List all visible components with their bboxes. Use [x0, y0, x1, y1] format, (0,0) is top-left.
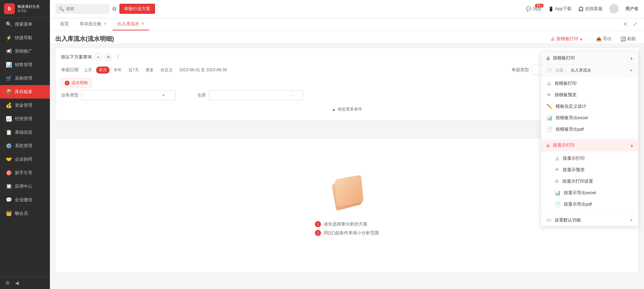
filter-settings-button[interactable]: ⚙: [105, 53, 112, 61]
app-logo-icon: b: [4, 3, 15, 14]
app-download-button[interactable]: 📱 App下载: [548, 6, 572, 12]
shortcut-custom[interactable]: 自定义: [158, 67, 175, 74]
warehouse-select[interactable]: ···: [209, 90, 303, 100]
sidebar-item-system[interactable]: ⚙️ 系统管理: [0, 139, 50, 153]
display-print-section: 🖨 按显示打印 👁 按显示预览 ⚙ 按显示打印设置 📊 按显示导出excel 📄…: [541, 151, 638, 211]
sidebar-item-member[interactable]: 👑 畅会员: [0, 207, 50, 220]
tabs-bar: 首页 库存批次账 ✕ 出入库流水 ✕ ✕ ⤢: [50, 18, 644, 31]
print-divider-2: [541, 213, 638, 213]
message-button[interactable]: 💬 消息 99+: [526, 6, 541, 12]
display-export-pdf-button[interactable]: 📄 按显示导出pdf: [541, 199, 638, 210]
tab-home[interactable]: 首页: [55, 18, 74, 30]
template-print-icon: 🖨: [547, 81, 551, 86]
page-toolbar: 🖨 按模板打印 ▲ | 📤 导出 🔄 刷新: [548, 34, 639, 43]
shortcut-this-year[interactable]: 本年: [111, 67, 124, 74]
refresh-button[interactable]: 🔄 刷新: [618, 34, 639, 43]
sidebar-item-purchase[interactable]: 🛒 采购管理: [0, 72, 50, 85]
header-search-box[interactable]: 🔍: [55, 4, 109, 14]
system-icon: ⚙️: [5, 142, 12, 149]
template-print-button[interactable]: 🖨 按模板打印: [541, 78, 638, 89]
print-dropdown: 🖨 按模板打印 ▲ 📄 当前： 出入库流水 ▼ 🖨 按模板打印 👁 按模板预览 …: [541, 51, 639, 226]
divider: |: [589, 36, 590, 42]
search-icon: 🔍: [5, 21, 12, 28]
display-print-settings-button[interactable]: ⚙ 按显示打印设置: [541, 176, 638, 187]
template-export-pdf-button[interactable]: 📄 按模板导出pdf: [541, 124, 638, 135]
tab-expand-button[interactable]: ⤢: [632, 20, 639, 29]
shortcut-7days[interactable]: 近7天: [126, 67, 142, 74]
sidebar-collapse-icon[interactable]: ◀: [15, 280, 19, 286]
template-print-section: 🖨 按模板打印 👁 按模板预览 ✏️ 模板自定义设计 📊 按模板导出excel …: [541, 76, 638, 136]
sidebar-item-operations[interactable]: 📈 经营管理: [0, 112, 50, 126]
sidebar-item-inventory[interactable]: 📦 库存核算: [0, 85, 50, 99]
sidebar-item-finance[interactable]: 💰 资金管理: [0, 99, 50, 112]
export-button[interactable]: 📤 导出: [593, 34, 614, 43]
sidebar: b 畅捷通好生意 标准版 🔍 搜索菜单 ⚡ 快捷导航 📢 营销推广 📊 销售管理…: [0, 0, 50, 289]
set-default-icon: 🏷: [547, 217, 551, 223]
filter-label: 按以下方案查询: [61, 54, 92, 60]
set-default-button[interactable]: 🏷 设置默认功能 ▼: [541, 214, 638, 226]
filter-add-button[interactable]: +: [94, 53, 102, 61]
display-print-section-header[interactable]: 🖨 按显示打印 ▲: [541, 139, 638, 151]
finance-icon: 💰: [5, 102, 12, 109]
sidebar-bottom: ⚙ ◀: [0, 277, 50, 289]
template-custom-button[interactable]: ✏️ 模板自定义设计: [541, 101, 638, 112]
refresh-icon: 🔄: [620, 36, 626, 42]
sidebar-item-marketing[interactable]: 📢 营销推广: [0, 45, 50, 58]
display-print-icon: 🖨: [555, 156, 559, 161]
sidebar-item-search[interactable]: 🔍 搜索菜单: [0, 18, 50, 31]
empty-cube-graphic: [331, 177, 362, 211]
template-preview-button[interactable]: 👁 按模板预览: [541, 89, 638, 101]
filter-business-type: 业务类型 ▼: [61, 90, 176, 100]
service-icon: 🎧: [578, 6, 584, 11]
guide-icon: 🎯: [5, 169, 12, 176]
date-shortcuts: 上月 本月 本年 近7天 更多 自定义: [81, 67, 175, 74]
app-name: 畅捷通好生意 标准版: [18, 4, 40, 13]
tab-batch-account-close[interactable]: ✕: [104, 22, 107, 26]
tab-flow-close[interactable]: ✕: [141, 22, 144, 26]
sidebar-item-app-center[interactable]: 🔲 应用中心: [0, 180, 50, 193]
trial-button[interactable]: 体验行业方案: [119, 4, 155, 14]
sales-icon: 📊: [5, 61, 12, 68]
sidebar-settings-icon[interactable]: ⚙: [5, 280, 10, 286]
operations-icon: 📈: [5, 115, 12, 122]
page-title: 出入库流水(流水明细): [55, 35, 114, 43]
sidebar-logo: b 畅捷通好生意 标准版: [0, 0, 50, 18]
sidebar-item-basic-info[interactable]: 📋 基础信息: [0, 126, 50, 139]
flow-detail-chip[interactable]: ● 流水明细: [61, 78, 91, 87]
display-print-button[interactable]: 🖨 按显示打印: [541, 153, 638, 164]
empty-step-1: 1 请先选择要分析的方案: [315, 220, 379, 229]
tab-actions: ✕ ⤢: [622, 20, 639, 29]
online-service-button[interactable]: 🎧 在线客服: [578, 6, 603, 12]
chevron-up-icon: ▲: [332, 107, 336, 112]
template-print-button[interactable]: 🖨 按模板打印 ▲: [548, 34, 586, 43]
sidebar-item-wechat[interactable]: 💬 企业微信: [0, 193, 50, 207]
tab-batch-account[interactable]: 库存批次账 ✕: [75, 18, 111, 30]
chip-icon: ●: [65, 81, 69, 85]
member-icon: 👑: [5, 210, 12, 217]
user-avatar[interactable]: [609, 4, 619, 14]
print-dropdown-header: 🖨 按模板打印 ▲: [541, 52, 638, 65]
display-export-excel-button[interactable]: 📊 按显示导出excel: [541, 187, 638, 199]
tab-flow[interactable]: 出入库流水 ✕: [113, 18, 149, 30]
dropdown-collapse-icon[interactable]: ▲: [630, 56, 634, 60]
filter-collapse-icon[interactable]: 《: [115, 54, 119, 60]
sidebar-item-collab[interactable]: 🤝 企业协同: [0, 153, 50, 166]
shortcut-more[interactable]: 更多: [143, 67, 156, 74]
template-export-excel-button[interactable]: 📊 按模板导出excel: [541, 112, 638, 124]
business-type-select[interactable]: ▼: [81, 90, 176, 100]
purchase-icon: 🛒: [5, 75, 12, 82]
gear-icon[interactable]: ⚙: [112, 6, 117, 12]
header: 🔍 ⚙ 体验行业方案 💬 消息 99+ 📱 App下载 🎧 在线客服 用户名: [50, 0, 644, 18]
display-preview-button[interactable]: 👁 按显示预览: [541, 164, 638, 176]
shortcut-last-month[interactable]: 上月: [81, 67, 95, 74]
type-field-label: 单据类型: [511, 67, 529, 73]
export-icon: 📤: [596, 36, 602, 42]
search-input[interactable]: [66, 6, 106, 11]
sidebar-item-guide[interactable]: 🎯 新手引导: [0, 166, 50, 180]
sidebar-item-quick-nav[interactable]: ⚡ 快捷导航: [0, 31, 50, 45]
shortcut-this-month[interactable]: 本月: [96, 67, 110, 74]
sidebar-item-sales[interactable]: 📊 销售管理: [0, 58, 50, 72]
inventory-icon: 📦: [5, 88, 12, 95]
tab-close-all-button[interactable]: ✕: [622, 20, 629, 29]
display-pdf-icon: 📄: [555, 202, 560, 207]
